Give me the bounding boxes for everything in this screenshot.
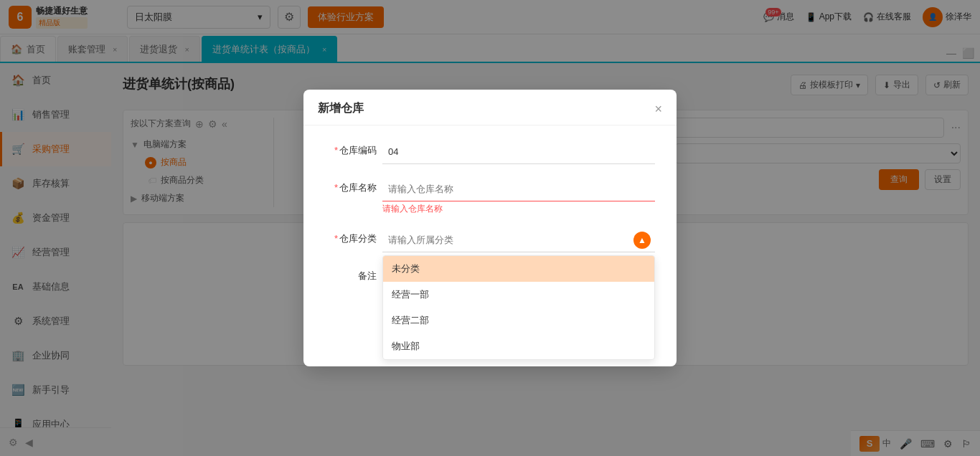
category-option-1[interactable]: 经营一部 xyxy=(383,282,654,308)
dialog-title: 新增仓库 xyxy=(318,101,364,116)
category-option-0[interactable]: 未分类 xyxy=(383,256,654,282)
category-input[interactable] xyxy=(382,228,655,252)
name-field: 请输入仓库名称 xyxy=(382,177,655,215)
category-option-3[interactable]: 物业部 xyxy=(383,333,654,359)
note-label: 备注 xyxy=(325,265,382,282)
dialog-header: 新增仓库 × xyxy=(303,90,677,125)
category-field: ▲ 未分类 经营一部 经营二部 物业部 xyxy=(382,228,655,252)
dialog-body: 仓库编码 仓库名称 请输入仓库名称 仓库分类 ▲ xyxy=(303,125,677,319)
form-row-code: 仓库编码 xyxy=(325,140,655,164)
category-option-2[interactable]: 经营二部 xyxy=(383,308,654,333)
modal-overlay[interactable]: 新增仓库 × 仓库编码 仓库名称 请输入仓库名称 仓库分类 xyxy=(0,0,980,456)
new-warehouse-dialog: 新增仓库 × 仓库编码 仓库名称 请输入仓库名称 仓库分类 xyxy=(303,90,677,366)
category-label: 仓库分类 xyxy=(325,228,382,245)
code-field xyxy=(382,140,655,164)
category-dropdown-arrow[interactable]: ▲ xyxy=(633,232,651,249)
form-row-category: 仓库分类 ▲ 未分类 经营一部 经营二部 物业部 xyxy=(325,228,655,252)
category-dropdown: 未分类 经营一部 经营二部 物业部 xyxy=(382,255,655,360)
warehouse-code-input[interactable] xyxy=(382,140,655,164)
warehouse-name-input[interactable] xyxy=(382,177,655,201)
name-error-msg: 请输入仓库名称 xyxy=(382,203,655,215)
name-label: 仓库名称 xyxy=(325,177,382,194)
code-label: 仓库编码 xyxy=(325,140,382,157)
form-row-name: 仓库名称 请输入仓库名称 xyxy=(325,177,655,215)
dialog-close-button[interactable]: × xyxy=(654,103,662,115)
